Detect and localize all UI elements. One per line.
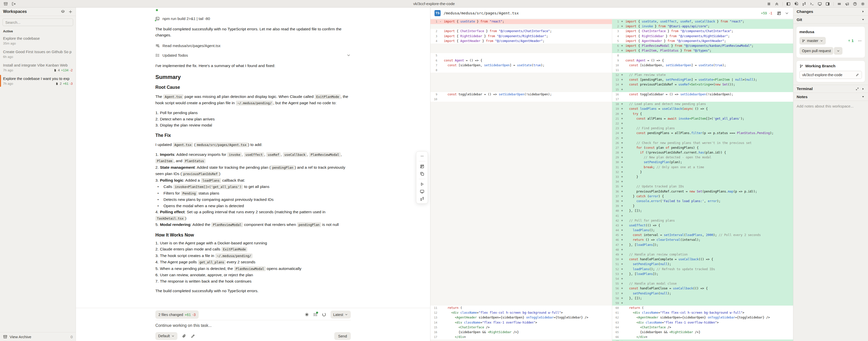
plus-icon[interactable] <box>68 10 73 14</box>
diff-style-icon[interactable] <box>777 11 781 16</box>
typescript-badge: TS <box>435 10 441 16</box>
pull-request-dropdown[interactable] <box>834 47 842 55</box>
line-number: 40 <box>612 209 621 213</box>
git-compare-icon[interactable] <box>802 2 806 6</box>
todos-icon[interactable] <box>313 312 318 317</box>
megaphone-icon[interactable] <box>845 2 849 6</box>
diff-line: 38+ console.error('Failed to load plans:… <box>612 199 793 204</box>
workspace-item[interactable]: Install and integrate Vibe Kanban Web7h … <box>0 61 76 74</box>
text-run: The Agent page polls <box>160 260 198 264</box>
message-input[interactable] <box>155 323 351 328</box>
terminal-icon[interactable] <box>810 2 814 6</box>
more-options-icon[interactable] <box>858 39 862 43</box>
line-number: 32 <box>612 170 621 175</box>
panel-right-icon[interactable] <box>826 2 830 6</box>
text-run: ) <box>219 172 220 176</box>
line-number: 5 <box>430 53 440 58</box>
diff-line: 48+ <box>612 247 793 252</box>
copy-icon[interactable] <box>420 172 424 176</box>
files-changed-button[interactable]: 2 files changed +61 -3 <box>155 310 199 319</box>
notes-placeholder[interactable]: Add notes about this workspace... <box>793 101 868 111</box>
branch-dropdown[interactable]: master <box>799 37 826 44</box>
view-archive-button[interactable]: View Archive 0 <box>0 332 76 341</box>
latest-dropdown[interactable]: Latest <box>331 311 351 318</box>
attach-icon[interactable] <box>182 334 186 338</box>
diff-filler-line <box>430 170 612 175</box>
chat-bubble-icon[interactable] <box>794 2 798 6</box>
monitor-icon[interactable] <box>818 2 822 6</box>
changes-section-header[interactable]: Changes <box>793 8 868 16</box>
list-number: 3. <box>155 178 159 182</box>
code-text <box>626 301 793 306</box>
tool-call-terminal-box[interactable]: npm run build 2>&1 | tail -80 <box>155 17 351 21</box>
panel-left-icon[interactable] <box>786 2 790 6</box>
line-number: 34 <box>612 179 621 184</box>
diff-line: 51+ setPendingPlan(null); <box>612 262 793 267</box>
diff-filler-line <box>430 218 612 223</box>
diff-line: 4import { AgentHeader } from "@/componen… <box>430 39 612 43</box>
code-text: setPendingPlan(null); <box>626 291 793 296</box>
search-input[interactable] <box>3 19 73 26</box>
workspace-time: 6h ago <box>3 55 73 59</box>
chevron-down-icon <box>837 49 840 53</box>
code-text: // Poll for pending plans <box>626 218 793 223</box>
workspace-item[interactable]: Explore the codebase I want you to exp7h… <box>0 74 76 88</box>
edit-pencil-icon[interactable] <box>856 73 859 76</box>
model-dropdown[interactable]: Default <box>155 332 177 340</box>
read-icon <box>155 43 160 48</box>
code-text: // Load plans and detect new pending pla… <box>626 102 793 106</box>
terminal-section-header[interactable]: Terminal <box>793 85 868 93</box>
code-text <box>626 87 793 92</box>
line-number: 31 <box>612 165 621 170</box>
notes-section-header[interactable]: Notes <box>793 93 868 101</box>
section-heading: The Fix <box>155 133 351 138</box>
code-text <box>626 68 793 72</box>
line-number: 7 <box>612 48 621 53</box>
status-dot <box>155 20 156 22</box>
inline-code: invoke<PlanItem[]>('get_all_plans') <box>173 184 243 189</box>
pause-icon[interactable] <box>767 2 771 6</box>
line-number: 2 <box>430 29 440 34</box>
tool-call-read[interactable]: Read medusa/src/pages/Agent.tsx <box>155 43 351 48</box>
git-compare-icon[interactable] <box>420 196 424 201</box>
drag-dots-icon[interactable] <box>420 154 424 158</box>
layers-icon[interactable] <box>61 10 65 14</box>
diff-sign <box>621 310 626 315</box>
todos-icon <box>155 53 160 57</box>
play-icon[interactable] <box>420 182 424 186</box>
code-text: loadPlans(); // Refresh to update tracke… <box>626 267 793 272</box>
open-pull-request-button[interactable]: Open pull request <box>799 47 833 55</box>
send-button[interactable]: Send <box>334 332 351 340</box>
section-heading: Summary <box>155 74 351 81</box>
lines-added: +61 <box>185 313 191 317</box>
menu-icon[interactable] <box>837 2 841 6</box>
pen-icon[interactable] <box>191 334 195 338</box>
code-text: import { RightSidebar } from "@/componen… <box>444 34 612 39</box>
diff-sign <box>440 39 444 43</box>
diff-sign <box>440 97 444 102</box>
text-run: Root Cause <box>155 85 180 90</box>
chevron-down-icon[interactable] <box>346 53 351 57</box>
diff-line: 9 const toggleSidebar = () => setSidebar… <box>430 92 612 97</box>
workspace-item[interactable]: Create Good First Issues on Github So p6… <box>0 47 76 61</box>
diff-line: 24+ const pendingPlans = allPlans.filter… <box>612 131 793 135</box>
workspace-item[interactable]: Explore the codebase35m ago <box>0 34 76 47</box>
diff-line: 36+ previousPlanIdsRef.current = new Set… <box>612 189 793 194</box>
code-text: const [sidebarOpen, setSidebarOpen] = us… <box>444 63 612 68</box>
text-run: callback that: <box>221 178 245 182</box>
line-number: 1 <box>430 19 440 24</box>
diff-sign: + <box>621 78 626 82</box>
diff-z-icon[interactable] <box>420 164 424 169</box>
expand-icon[interactable] <box>856 87 859 91</box>
tool-call-todos[interactable]: Updated Todos <box>155 53 351 57</box>
code-text: previousPlanIdsRef.current = new Set(pen… <box>626 189 793 194</box>
git-section-header[interactable]: Git <box>793 16 868 24</box>
gear-icon[interactable] <box>861 2 865 6</box>
code-text <box>444 53 612 58</box>
working-branch-field[interactable]: vk/3ccf-explore-the-code <box>799 71 862 79</box>
help-icon[interactable] <box>853 2 857 6</box>
monitor-icon[interactable] <box>420 189 424 194</box>
collapse-diff-icon[interactable] <box>785 11 789 16</box>
chevrons-up-icon[interactable] <box>775 2 779 6</box>
sparkle-icon[interactable] <box>305 312 309 317</box>
